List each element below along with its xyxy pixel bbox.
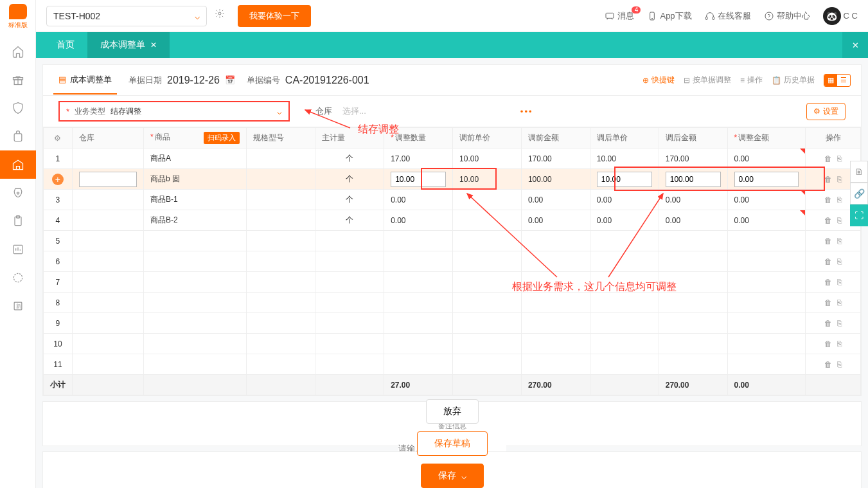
adjust-by-doc-link[interactable]: ⊟ 按单据调整 [684,75,731,86]
business-type-select[interactable]: * 业务类型 结存调整 ⌵ [58,101,290,122]
table-row[interactable]: 11🗑⎘ [44,354,861,375]
nav-gift-icon[interactable] [0,66,36,94]
table-row[interactable]: 5🗑⎘ [44,231,861,251]
post-price-input[interactable] [597,172,652,187]
trial-button[interactable]: 我要体验一下 [238,5,311,27]
cell-product[interactable] [144,293,247,313]
tab-cost-adjust[interactable]: 成本调整单 ✕ [87,32,170,58]
settings-icon[interactable] [215,8,230,24]
copy-row-icon[interactable]: ⎘ [837,175,842,184]
scan-button[interactable]: 扫码录入 [204,132,240,144]
history-link[interactable]: 📋 历史单据 [772,75,815,86]
app-download-link[interactable]: App下载 [647,10,691,22]
cell-product[interactable] [144,354,247,375]
org-select[interactable]: TEST-H002 ⌵ [46,6,207,26]
copy-row-icon[interactable]: ⎘ [837,154,842,163]
copy-row-icon[interactable]: ⎘ [837,298,842,307]
copy-row-icon[interactable]: ⎘ [837,339,842,348]
cell-product[interactable] [144,251,247,272]
rail-note-icon[interactable]: 🗎 [850,161,868,183]
delete-row-icon[interactable]: 🗑 [824,257,832,266]
cell-product[interactable]: 商品A [144,149,247,169]
data-table: ⚙ 仓库 *商品扫码录入 规格型号 主计量 *调整数量 调前单价 调前金额 调后… [43,127,861,395]
copy-row-icon[interactable]: ⎘ [837,257,842,266]
nav-clipboard-icon[interactable] [0,207,36,235]
delete-row-icon[interactable]: 🗑 [824,237,832,246]
view-card-icon[interactable]: ▦ [824,75,837,86]
copy-row-icon[interactable]: ⎘ [837,319,842,328]
cell-product[interactable]: 商品b 固 [144,169,247,190]
copy-row-icon[interactable]: ⎘ [837,360,842,369]
delete-row-icon[interactable]: 🗑 [824,175,832,184]
user-menu[interactable]: 🐼 C C [823,7,858,25]
table-row[interactable]: 3商品B-1个0.000.000.000.000.00🗑⎘ [44,190,861,210]
copy-row-icon[interactable]: ⎘ [837,216,842,225]
rail-link-icon[interactable]: 🔗 [850,183,868,204]
doc-header: ▤ 成本调整单 单据日期 2019-12-26 📅 单据编号 CA-201912… [43,65,861,96]
delete-row-icon[interactable]: 🗑 [824,360,832,369]
cancel-button[interactable]: 放弃 [426,399,479,424]
nav-new-icon[interactable]: 新 [0,292,36,320]
delete-row-icon[interactable]: 🗑 [824,278,832,287]
col-spec: 规格型号 [247,128,315,149]
svg-rect-2 [14,134,22,141]
ops-link[interactable]: ≡ 操作 [740,75,763,86]
wh-input[interactable] [79,172,137,187]
nav-shield-icon[interactable] [0,94,36,122]
save-draft-button[interactable]: 保存草稿 [417,431,488,456]
view-toggle[interactable]: ▦ ☰ [824,74,851,87]
settings-button[interactable]: ⚙ 设置 [806,103,846,120]
copy-row-icon[interactable]: ⎘ [837,237,842,246]
close-all-tabs[interactable]: ✕ [842,32,868,58]
table-row[interactable]: 9🗑⎘ [44,313,861,334]
table-row[interactable]: 6🗑⎘ [44,251,861,272]
cell-product[interactable]: 商品B-1 [144,190,247,210]
svg-point-12 [652,18,653,19]
message-link[interactable]: 消息 4 [605,10,634,22]
warehouse-select[interactable]: 仓库 选择... [315,105,366,117]
cell-product[interactable] [144,313,247,334]
gear-icon[interactable]: ⚙ [54,134,61,143]
add-row-icon[interactable]: + [52,174,64,185]
chevron-down-icon: ⌵ [277,107,282,116]
qty-input[interactable] [391,172,446,187]
cell-product[interactable] [144,272,247,293]
nav-report-icon[interactable] [0,235,36,264]
nav-money-icon[interactable] [0,179,36,207]
delete-row-icon[interactable]: 🗑 [824,298,832,307]
delete-row-icon[interactable]: 🗑 [824,339,832,348]
nav-home-icon[interactable] [0,37,36,66]
table-row[interactable]: 7🗑⎘ [44,272,861,293]
delete-row-icon[interactable]: 🗑 [824,154,832,163]
delete-row-icon[interactable]: 🗑 [824,216,832,225]
table-row[interactable]: 4商品B-2个0.000.000.000.000.00🗑⎘ [44,210,861,231]
copy-row-icon[interactable]: ⎘ [837,195,842,204]
col-unit: 主计量 [315,128,384,149]
cell-product[interactable]: 商品B-2 [144,210,247,231]
help-link[interactable]: 帮助中心 [764,10,810,22]
cell-product[interactable] [144,231,247,251]
tab-home[interactable]: 首页 [44,32,87,58]
save-button[interactable]: 保存⌵ [421,464,484,488]
table-row[interactable]: +商品b 固个10.00100.00🗑⎘ [44,169,861,190]
post-amount-input[interactable] [666,172,721,187]
nav-bag-icon[interactable] [0,122,36,150]
delete-row-icon[interactable]: 🗑 [824,195,832,204]
more-icon[interactable]: ••• [520,107,533,116]
nav-warehouse-icon[interactable] [0,150,36,179]
adj-amount-input[interactable] [734,172,799,187]
view-list-icon[interactable]: ☰ [837,75,850,86]
shortcut-link[interactable]: ⊕ 快捷键 [642,75,675,86]
copy-row-icon[interactable]: ⎘ [837,278,842,287]
table-row[interactable]: 10🗑⎘ [44,334,861,354]
table-row[interactable]: 8🗑⎘ [44,293,861,313]
delete-row-icon[interactable]: 🗑 [824,319,832,328]
tab-close-icon[interactable]: ✕ [150,41,157,50]
rail-expand-icon[interactable]: ⛶ [850,204,868,226]
service-link[interactable]: 在线客服 [705,10,751,22]
calendar-icon[interactable]: 📅 [225,75,235,85]
nav-refresh-icon[interactable] [0,264,36,292]
doc-date[interactable]: 2019-12-26 [167,75,220,86]
cell-product[interactable] [144,334,247,354]
table-row[interactable]: 1商品A个17.0010.00170.0010.00170.000.00🗑⎘ [44,149,861,169]
